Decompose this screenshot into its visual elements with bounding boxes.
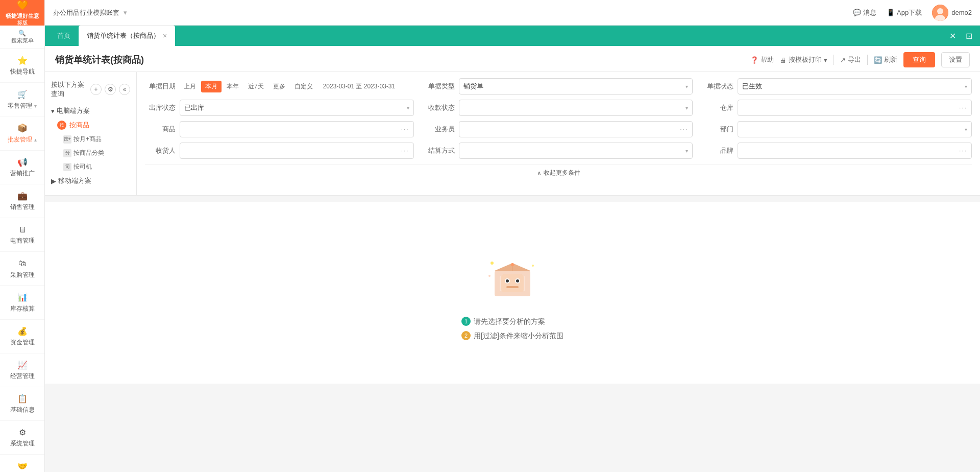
receipt-status-control[interactable]: ▾	[459, 100, 693, 116]
order-status-control[interactable]: 已生效 ▾	[738, 78, 972, 95]
scheme-by-driver[interactable]: 司 按司机	[45, 160, 136, 174]
sub-driver-icon: 司	[63, 163, 71, 171]
sales-label: 销售管理	[10, 203, 35, 210]
empty-state: 1 请先选择要分析的方案 2 用[过滤]条件来缩小分析范围	[45, 202, 980, 384]
department-label: 部门	[703, 125, 733, 134]
recipient-label: 收货人	[145, 146, 176, 155]
query-btn[interactable]: 查询	[903, 52, 935, 67]
scheme-by-product[interactable]: 按 按商品	[45, 118, 136, 132]
tab-maximize-btn[interactable]: ⊡	[962, 29, 976, 43]
wholesale-icon: 📦	[2, 123, 42, 134]
date-tab-last-month[interactable]: 上月	[180, 81, 200, 92]
tab-close-all-btn[interactable]: ✕	[945, 29, 960, 43]
settlement-control[interactable]: ▾	[459, 143, 693, 159]
svg-point-10	[516, 279, 519, 282]
print-icon: 🖨	[780, 56, 787, 64]
retail-nav-item[interactable]: 🛒 零售管理 ▾	[0, 83, 44, 116]
sales-nav-item[interactable]: 💼 销售管理	[0, 184, 44, 218]
date-tabs: 上月 本月 本年 近7天	[180, 81, 317, 92]
settings-scheme-btn[interactable]: ⚙	[105, 84, 116, 95]
collapse-sidebar-icon: «	[123, 86, 127, 93]
collapse-sidebar-btn[interactable]: «	[119, 84, 130, 95]
divider	[45, 196, 980, 200]
order-type-control[interactable]: 销货单 ▾	[459, 78, 693, 95]
tab-sales-report[interactable]: 销货单统计表（按商品） ×	[79, 26, 175, 46]
inventory-nav-item[interactable]: 📊 库存核算	[0, 286, 44, 319]
search-icon: 🔍	[18, 30, 26, 37]
scheme-by-product-icon: 按	[57, 121, 66, 130]
print-dropdown-arrow[interactable]: ▾	[824, 56, 827, 64]
app-download-btn[interactable]: 📱 App下载	[887, 8, 922, 17]
mobile-scheme-group[interactable]: ▶ 移动端方案	[45, 174, 136, 188]
add-icon: +	[94, 86, 97, 93]
out-status-control[interactable]: 已出库 ▾	[180, 100, 414, 116]
marketing-label: 营销推广	[10, 170, 35, 177]
scheme-by-category[interactable]: 分 按商品分类	[45, 146, 136, 160]
finance-label: 资金管理	[10, 339, 35, 346]
industry-dropdown-arrow[interactable]: ▾	[124, 9, 127, 16]
retail-arrow: ▾	[34, 103, 37, 109]
system-label: 系统管理	[10, 440, 35, 447]
system-icon: ⚙	[2, 427, 42, 438]
operations-nav-item[interactable]: 📈 经营管理	[0, 353, 44, 387]
wholesale-nav-item[interactable]: 📦 批发管理 ▴	[0, 116, 44, 150]
purchase-nav-item[interactable]: 🛍 采购管理	[0, 252, 44, 286]
collapse-arrow-icon: ∧	[537, 170, 542, 177]
scheme-by-month-product[interactable]: 按+ 按月+商品	[45, 132, 136, 146]
retail-icon: 🛒	[2, 89, 42, 100]
date-tab-7days[interactable]: 近7天	[244, 81, 268, 92]
brand-control[interactable]: ···	[738, 143, 972, 159]
recipient-control[interactable]: ···	[180, 143, 414, 159]
print-btn[interactable]: 🖨 按模板打印 ▾	[780, 55, 827, 64]
date-tab-custom[interactable]: 自定义	[290, 81, 317, 92]
svg-rect-6	[501, 274, 524, 292]
quick-nav-item[interactable]: ⭐ 快捷导航	[0, 49, 44, 83]
basic-nav-item[interactable]: 📋 基础信息	[0, 387, 44, 421]
filter-area: 按以下方案查询 + ⚙ « ▾	[45, 72, 980, 196]
settings-btn[interactable]: 设置	[941, 52, 970, 67]
warehouse-control[interactable]: ···	[738, 100, 972, 116]
filter-row-1: 单据日期 上月 本月 本年	[145, 78, 972, 95]
add-scheme-btn[interactable]: +	[90, 84, 102, 95]
system-nav-item[interactable]: ⚙ 系统管理	[0, 421, 44, 455]
filter-date: 单据日期 上月 本月 本年	[145, 81, 414, 92]
sub-month-icon: 按+	[63, 135, 71, 144]
message-btn[interactable]: 💬 消息	[853, 8, 876, 17]
operations-label: 经营管理	[10, 372, 35, 380]
tab-home[interactable]: 首页	[49, 26, 79, 46]
date-tab-this-year[interactable]: 本年	[223, 81, 243, 92]
page-header: 销货单统计表(按商品) ❓ 帮助 🖨 按模板打印 ▾ ↗ 导出	[45, 46, 980, 72]
basic-label: 基础信息	[10, 406, 35, 413]
marketing-nav-item[interactable]: 📢 营销推广	[0, 151, 44, 184]
svg-point-1	[937, 8, 943, 14]
user-profile-btn[interactable]: demo2	[932, 5, 972, 21]
desktop-group-arrow: ▾	[51, 107, 55, 115]
product-label: 商品	[145, 125, 176, 134]
help-label: 帮助	[761, 55, 774, 64]
date-label: 单据日期	[145, 82, 176, 91]
page-content: 销货单统计表(按商品) ❓ 帮助 🖨 按模板打印 ▾ ↗ 导出	[45, 46, 980, 472]
export-icon: ↗	[840, 56, 846, 64]
help-btn[interactable]: ❓ 帮助	[750, 55, 774, 64]
export-btn[interactable]: ↗ 导出	[840, 55, 861, 64]
settlement-arrow: ▾	[685, 148, 688, 154]
finance-nav-item[interactable]: 💰 资金管理	[0, 320, 44, 353]
search-menu-item[interactable]: 🔍 搜索菜单	[0, 26, 44, 49]
avatar-image	[932, 5, 948, 21]
logo-text: 畅捷通好生意	[6, 12, 39, 19]
salesperson-control[interactable]: ···	[459, 121, 693, 137]
date-tab-this-month[interactable]: 本月	[201, 81, 222, 92]
collapse-filter-btn[interactable]: ∧ 收起更多条件	[145, 164, 972, 181]
department-control[interactable]: ▾	[738, 121, 972, 137]
date-tab-more[interactable]: 更多	[269, 81, 289, 92]
brand-dots: ···	[959, 147, 967, 154]
scheme-by-product-label: 按商品	[69, 121, 89, 130]
product-control[interactable]: ···	[180, 121, 414, 137]
collab-nav-item[interactable]: 🤝 企业协同	[0, 455, 44, 472]
purchase-label: 采购管理	[10, 271, 35, 278]
refresh-btn[interactable]: 🔄 刷新	[874, 55, 897, 64]
desktop-scheme-group[interactable]: ▾ 电脑端方案	[45, 104, 136, 118]
tab-close-icon[interactable]: ×	[163, 32, 167, 39]
finance-icon: 💰	[2, 326, 42, 337]
ecommerce-nav-item[interactable]: 🖥 电商管理	[0, 218, 44, 252]
